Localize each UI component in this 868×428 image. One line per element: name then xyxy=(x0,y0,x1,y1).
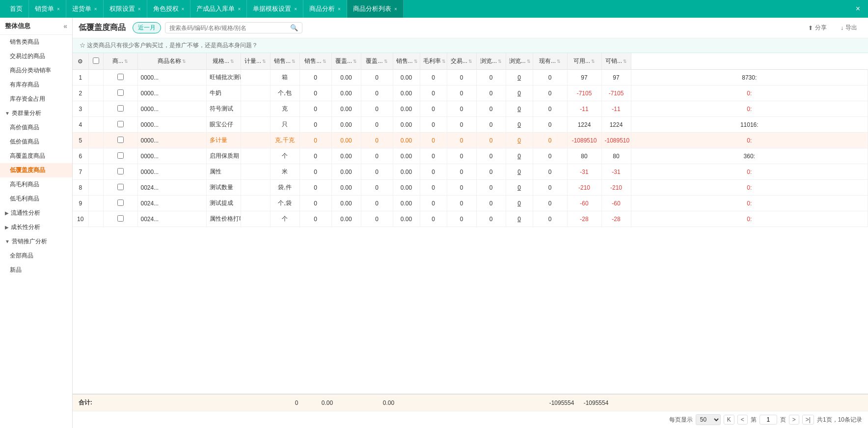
row-browse1[interactable]: 0 xyxy=(506,117,533,133)
browse1-column-header[interactable]: 浏览...⇅ xyxy=(476,53,506,70)
row-browse1[interactable]: 0 xyxy=(506,101,533,117)
row-checkbox[interactable] xyxy=(103,211,137,227)
row-checkbox[interactable] xyxy=(103,164,137,180)
sidebar-item-low-margin[interactable]: 低毛利商品 xyxy=(0,192,72,206)
table-row: 4 0000... 眼宝公仔 只 0 0.00 0 0.00 0 0 0 0 0… xyxy=(73,117,868,133)
row-cover2: 0.00 xyxy=(393,211,420,227)
trade-column-header[interactable]: 交易...⇅ xyxy=(447,53,476,70)
nav-tab-finished[interactable]: 产成品入库单 × xyxy=(190,0,247,18)
sidebar-item-new-goods[interactable]: 新品 xyxy=(0,263,72,277)
row-name[interactable]: 符号测试 xyxy=(206,101,241,117)
row-sales3: 0 xyxy=(420,70,447,86)
row-name[interactable]: 测试数量 xyxy=(206,180,241,196)
row-checkbox[interactable] xyxy=(103,180,137,196)
row-settings xyxy=(88,196,103,211)
export-button[interactable]: ↓ 导出 xyxy=(836,22,862,34)
row-name[interactable]: 属性 xyxy=(206,164,241,180)
margin-column-header[interactable]: 毛利率⇅ xyxy=(420,53,447,70)
row-browse1[interactable]: 0 xyxy=(506,148,533,164)
close-icon[interactable]: × xyxy=(394,6,397,12)
row-name[interactable]: 启用保质期 xyxy=(206,148,241,164)
row-name[interactable]: 多计量 xyxy=(206,133,241,148)
sidebar-item-low-value[interactable]: 低价值商品 xyxy=(0,135,72,149)
sidebar-group-circulation[interactable]: ▶ 流通性分析 xyxy=(0,206,72,220)
row-browse1[interactable]: 0 xyxy=(506,180,533,196)
nav-tab-purchase[interactable]: 进货单 × xyxy=(66,0,104,18)
sidebar-item-category-rate[interactable]: 商品分类动销率 xyxy=(0,63,72,78)
first-page-button[interactable]: K xyxy=(724,415,734,425)
nav-tab-home[interactable]: 首页 xyxy=(4,0,29,18)
sales-amt-column-header[interactable]: 销售...⇅ xyxy=(299,53,331,70)
row-browse1[interactable]: 0 xyxy=(506,196,533,211)
row-checkbox[interactable] xyxy=(103,117,137,133)
saleable-column-header[interactable]: 可销...⇅ xyxy=(601,53,631,70)
select-all-checkbox[interactable] xyxy=(93,57,99,64)
row-available: -11 xyxy=(601,101,631,117)
sidebar-item-high-margin[interactable]: 高毛利商品 xyxy=(0,177,72,192)
row-name[interactable]: 属性价格打印测试 xyxy=(206,211,241,227)
current-column-header[interactable]: 现有...⇅ xyxy=(533,53,567,70)
row-checkbox[interactable] xyxy=(103,86,137,101)
spu-column-header[interactable]: 商...⇅ xyxy=(103,53,137,70)
row-checkbox[interactable] xyxy=(103,133,137,148)
close-icon[interactable]: × xyxy=(338,6,341,12)
row-browse1[interactable]: 0 xyxy=(506,164,533,180)
sidebar-item-high-value[interactable]: 高价值商品 xyxy=(0,120,72,135)
settings-column-header[interactable]: ⚙ xyxy=(73,53,88,70)
row-checkbox[interactable] xyxy=(103,148,137,164)
row-checkbox[interactable] xyxy=(103,101,137,117)
sidebar-group-cluster[interactable]: ▼ 类群量分析 xyxy=(0,106,72,120)
nav-tab-templates[interactable]: 单据模板设置 × xyxy=(247,0,303,18)
sales3-column-header[interactable]: 销售...⇅ xyxy=(393,53,420,70)
close-icon[interactable]: × xyxy=(57,6,60,12)
nav-close-button[interactable]: × xyxy=(852,4,864,13)
sidebar-item-high-coverage[interactable]: 高覆盖度商品 xyxy=(0,149,72,163)
sidebar-collapse-button[interactable]: « xyxy=(63,22,67,30)
close-icon[interactable]: × xyxy=(294,6,297,12)
share-button[interactable]: ⬆ 分享 xyxy=(803,22,832,34)
nav-tab-analysis[interactable]: 商品分析 × xyxy=(303,0,347,18)
time-filter-button[interactable]: 近一月 xyxy=(133,22,161,33)
row-name[interactable]: 旺铺批次测试 xyxy=(206,70,241,86)
nav-tab-roles[interactable]: 角色授权 × xyxy=(147,0,191,18)
row-name[interactable]: 测试提成 xyxy=(206,196,241,211)
sidebar-group-marketing[interactable]: ▼ 营销推广分析 xyxy=(0,234,72,249)
nav-tab-sales[interactable]: 销货单 × xyxy=(29,0,66,18)
sales-qty-column-header[interactable]: 销售...⇅ xyxy=(270,53,299,70)
row-checkbox[interactable] xyxy=(103,70,137,86)
prev-page-button[interactable]: < xyxy=(737,415,748,425)
page-number-input[interactable] xyxy=(760,415,777,425)
spec-column-header[interactable]: 规格...⇅ xyxy=(206,53,241,70)
row-browse1[interactable]: 0 xyxy=(506,211,533,227)
close-icon[interactable]: × xyxy=(94,6,97,12)
sidebar-item-traded-goods[interactable]: 交易过的商品 xyxy=(0,49,72,63)
name-column-header[interactable]: 商品名称⇅ xyxy=(137,53,206,70)
page-size-select[interactable]: 50 20 100 200 xyxy=(696,414,721,425)
sidebar-group-growth[interactable]: ▶ 成长性分析 xyxy=(0,220,72,234)
last-page-button[interactable]: >| xyxy=(802,415,814,425)
sidebar-item-stocked-goods[interactable]: 有库存商品 xyxy=(0,78,72,92)
nav-tab-analysis-list[interactable]: 商品分析列表 × xyxy=(347,0,404,18)
close-icon[interactable]: × xyxy=(182,6,185,12)
row-cover1: 0 xyxy=(361,101,393,117)
row-checkbox[interactable] xyxy=(103,196,137,211)
row-name[interactable]: 眼宝公仔 xyxy=(206,117,241,133)
row-browse1[interactable]: 0 xyxy=(506,133,533,148)
available-column-header[interactable]: 可用...⇅ xyxy=(567,53,601,70)
row-browse1[interactable]: 0 xyxy=(506,86,533,101)
close-icon[interactable]: × xyxy=(238,6,241,12)
nav-tab-permissions[interactable]: 权限设置 × xyxy=(104,0,147,18)
row-name[interactable]: 牛奶 xyxy=(206,86,241,101)
cover2-column-header[interactable]: 覆盖...⇅ xyxy=(361,53,393,70)
browse2-column-header[interactable]: 浏览...⇅ xyxy=(506,53,533,70)
unit-column-header[interactable]: 计量...⇅ xyxy=(241,53,270,70)
sidebar-item-low-coverage[interactable]: 低覆盖度商品 xyxy=(0,163,72,177)
cover1-column-header[interactable]: 覆盖...⇅ xyxy=(331,53,361,70)
row-browse1[interactable]: 0 xyxy=(506,70,533,86)
next-page-button[interactable]: > xyxy=(789,415,799,425)
sidebar-item-sales-goods[interactable]: 销售类商品 xyxy=(0,35,72,49)
close-icon[interactable]: × xyxy=(138,6,141,12)
sidebar-item-all-goods[interactable]: 全部商品 xyxy=(0,249,72,263)
search-input[interactable] xyxy=(169,25,290,31)
sidebar-item-capital[interactable]: 库存资金占用 xyxy=(0,92,72,106)
